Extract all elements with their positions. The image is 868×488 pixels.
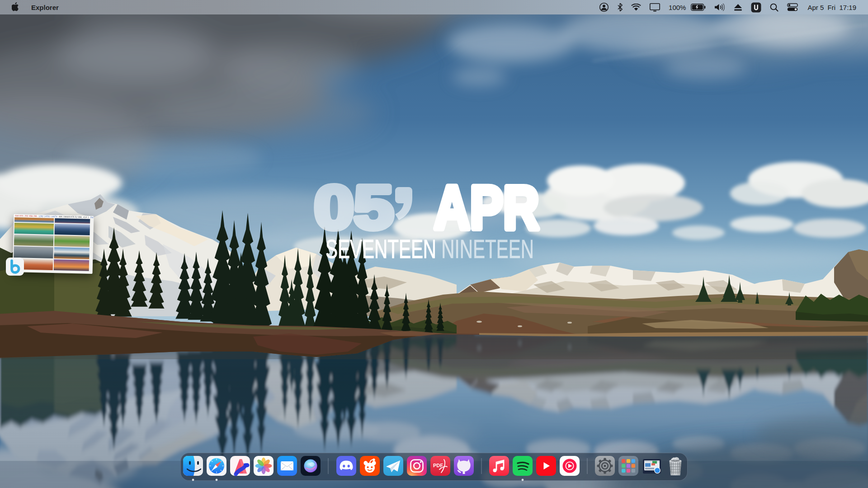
svg-text:APR: APR: [434, 178, 539, 242]
svg-text:05: 05: [314, 178, 393, 242]
svg-text:SEVENTEEN NINETEEN: SEVENTEEN NINETEEN: [326, 235, 534, 263]
